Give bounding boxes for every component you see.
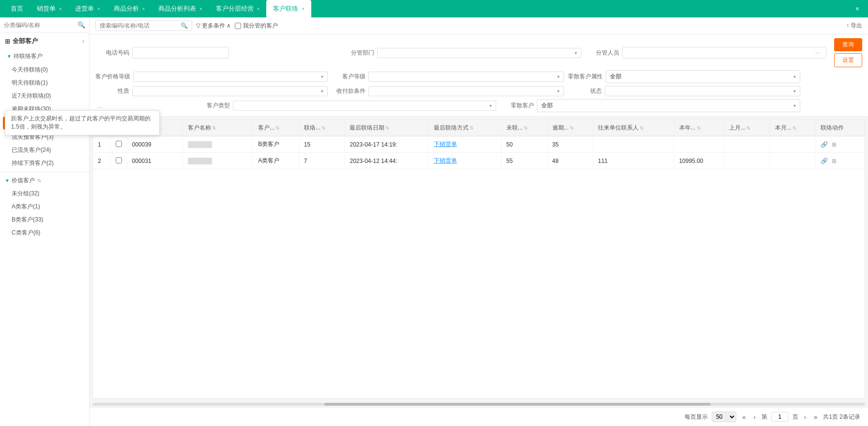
sidebar-item-b-class[interactable]: B类客户(33) bbox=[0, 213, 89, 226]
sort-icon-this-month[interactable]: ⇅ bbox=[792, 125, 796, 131]
nav-sales-order[interactable]: 销货单 × bbox=[30, 0, 68, 17]
more-filter-button[interactable]: ▽ 更多条件 ∧ bbox=[196, 22, 231, 30]
nav-customer-layered[interactable]: 客户分层经营 × bbox=[209, 0, 266, 17]
edit-icon[interactable]: ✎ bbox=[37, 177, 42, 184]
dept-select[interactable]: ▾ bbox=[377, 48, 581, 58]
payment-select[interactable]: ▾ bbox=[368, 86, 564, 96]
col-last-contact-date[interactable]: 最后联络日期⇅ bbox=[345, 120, 428, 136]
col-name[interactable]: 客户名称⇅ bbox=[183, 120, 253, 136]
sidebar-item-lost[interactable]: 已流失客户(24) bbox=[0, 144, 89, 157]
col-this-month[interactable]: 本月...⇅ bbox=[770, 120, 816, 136]
sidebar-item-ungroup[interactable]: 未分组(32) bbox=[0, 187, 89, 200]
col-no-contact[interactable]: 未联...⇅ bbox=[501, 120, 547, 136]
per-page-select[interactable]: 50 20 100 bbox=[712, 411, 736, 422]
col-last-month[interactable]: 上月...⇅ bbox=[724, 120, 770, 136]
nav-home[interactable]: 首页 bbox=[4, 0, 30, 17]
horizontal-scrollbar[interactable] bbox=[90, 401, 868, 407]
sort-icon-date[interactable]: ⇅ bbox=[385, 125, 389, 131]
person-ellipsis[interactable]: ··· bbox=[813, 49, 822, 56]
sort-icon-person[interactable]: ⇅ bbox=[640, 125, 643, 131]
row2-checkbox[interactable] bbox=[116, 157, 122, 163]
sidebar-collapse-btn[interactable]: › bbox=[82, 38, 84, 44]
sidebar-all-customers[interactable]: ⊞ 全部客户 › bbox=[0, 33, 89, 49]
sidebar-item-7days[interactable]: 近7天待联络(0) bbox=[0, 89, 89, 103]
col-customer-type[interactable]: 客户...⇅ bbox=[253, 120, 299, 136]
cell-method-1[interactable]: 下销货单 bbox=[428, 136, 501, 153]
cell-checkbox-1[interactable] bbox=[110, 136, 127, 153]
person-select[interactable]: ··· bbox=[622, 47, 826, 59]
sort-icon-last-month[interactable]: ⇅ bbox=[746, 125, 750, 131]
nav-purchase-close[interactable]: × bbox=[97, 6, 100, 12]
gender-select[interactable]: ▾ bbox=[132, 86, 328, 96]
price-level-select[interactable]: ▾ bbox=[133, 72, 328, 82]
nav-customer-layered-close[interactable]: × bbox=[257, 6, 260, 12]
sort-icon-overdue[interactable]: ⇅ bbox=[570, 125, 574, 131]
cell-person-1 bbox=[593, 136, 674, 153]
grid-icon-1[interactable]: ⊞ bbox=[832, 141, 837, 148]
grid-icon-2[interactable]: ⊞ bbox=[832, 158, 837, 164]
nav-sales-order-close[interactable]: × bbox=[59, 6, 62, 12]
nav-purchase-order[interactable]: 进货单 × bbox=[68, 0, 107, 17]
col-contact-count[interactable]: 联络...⇅ bbox=[299, 120, 345, 136]
sidebar-search-input[interactable] bbox=[4, 22, 77, 29]
sort-icon-year[interactable]: ⇅ bbox=[697, 125, 700, 131]
nav-product-analysis-list-close[interactable]: × bbox=[199, 6, 202, 12]
col-contact-person[interactable]: 往来单位联系人⇅ bbox=[593, 120, 674, 136]
col-last-contact-method[interactable]: 最后联络方式⇅ bbox=[428, 120, 501, 136]
current-page-input[interactable] bbox=[771, 412, 789, 422]
method-link-1[interactable]: 下销货单 bbox=[434, 141, 457, 147]
window-close-button[interactable]: × bbox=[851, 5, 864, 13]
last-page-button[interactable]: » bbox=[812, 412, 819, 422]
filter-cell-person: 分管人员 ··· bbox=[585, 47, 826, 59]
toolbar-search-input[interactable] bbox=[100, 22, 181, 29]
phone-input[interactable] bbox=[132, 47, 229, 59]
customer-type-label: 客户类型 bbox=[196, 102, 230, 110]
sort-icon-name[interactable]: ⇅ bbox=[212, 125, 216, 131]
retail-attr-select[interactable]: 全部 ▾ bbox=[606, 70, 800, 83]
link-icon-1[interactable]: 🔗 bbox=[821, 141, 828, 148]
cell-overdue-1: 35 bbox=[547, 136, 593, 153]
first-page-button[interactable]: « bbox=[740, 412, 747, 422]
col-overdue[interactable]: 逾期...⇅ bbox=[547, 120, 593, 136]
sidebar-item-tomorrow[interactable]: 明天待联络(1) bbox=[0, 76, 89, 89]
link-icon-2[interactable]: 🔗 bbox=[821, 158, 828, 164]
retail-customer-select[interactable]: 全部 ▾ bbox=[537, 99, 800, 112]
query-button[interactable]: 查询 bbox=[834, 38, 862, 51]
scrollbar-thumb[interactable] bbox=[324, 403, 711, 406]
next-page-button[interactable]: › bbox=[802, 412, 808, 422]
customer-type-select[interactable]: ▾ bbox=[233, 101, 496, 111]
sidebar-item-a-class[interactable]: A类客户(1) bbox=[0, 200, 89, 213]
toolbar-search-icon[interactable]: 🔍 bbox=[181, 22, 188, 29]
sidebar-pending-contact-group[interactable]: ▼ 待联络客户 bbox=[0, 49, 89, 63]
status-select[interactable]: ▾ bbox=[605, 86, 800, 96]
row4-ellipsis[interactable]: ... bbox=[95, 103, 104, 109]
nav-customer-contact-close[interactable]: × bbox=[302, 6, 305, 12]
sort-icon-contact[interactable]: ⇅ bbox=[321, 125, 325, 131]
sort-icon-method[interactable]: ⇅ bbox=[470, 125, 473, 131]
method-link-2[interactable]: 下销货单 bbox=[434, 157, 457, 164]
cell-checkbox-2[interactable] bbox=[110, 153, 127, 169]
prev-page-button[interactable]: ‹ bbox=[751, 412, 757, 422]
sidebar-value-customer-group[interactable]: ▼ 价值客户 ✎ bbox=[0, 174, 89, 187]
content-area: 🔍 ▽ 更多条件 ∧ 我分管的客户 ↑ 导出 电话号码 bbox=[90, 17, 868, 426]
sidebar-item-c-class[interactable]: C类客户(6) bbox=[0, 226, 89, 239]
customer-level-select[interactable]: ▾ bbox=[368, 72, 564, 82]
my-customer-checkbox[interactable] bbox=[235, 23, 241, 29]
sort-icon-type[interactable]: ⇅ bbox=[275, 125, 279, 131]
my-customer-checkbox-label[interactable]: 我分管的客户 bbox=[235, 22, 278, 30]
sidebar-item-declining[interactable]: 持续下滑客户(2) bbox=[0, 157, 89, 170]
scrollbar-track[interactable] bbox=[92, 403, 865, 406]
cell-method-2[interactable]: 下销货单 bbox=[428, 153, 501, 169]
nav-product-analysis[interactable]: 商品分析 × bbox=[107, 0, 152, 17]
filter-cell-retail-customer: 零散客户 全部 ▾ bbox=[500, 99, 800, 112]
row1-checkbox[interactable] bbox=[116, 141, 122, 147]
export-button[interactable]: ↑ 导出 bbox=[846, 22, 862, 30]
settings-button[interactable]: 设置 bbox=[834, 53, 862, 67]
sidebar-search-icon[interactable]: 🔍 bbox=[77, 21, 85, 29]
nav-product-analysis-list[interactable]: 商品分析列表 × bbox=[152, 0, 209, 17]
nav-product-analysis-close[interactable]: × bbox=[142, 6, 145, 12]
nav-customer-contact[interactable]: 客户联络 × bbox=[266, 0, 311, 17]
sort-icon-no-contact[interactable]: ⇅ bbox=[524, 125, 528, 131]
sidebar-item-today[interactable]: 今天待联络(0) bbox=[0, 63, 89, 76]
col-this-year[interactable]: 本年...⇅ bbox=[674, 120, 724, 136]
